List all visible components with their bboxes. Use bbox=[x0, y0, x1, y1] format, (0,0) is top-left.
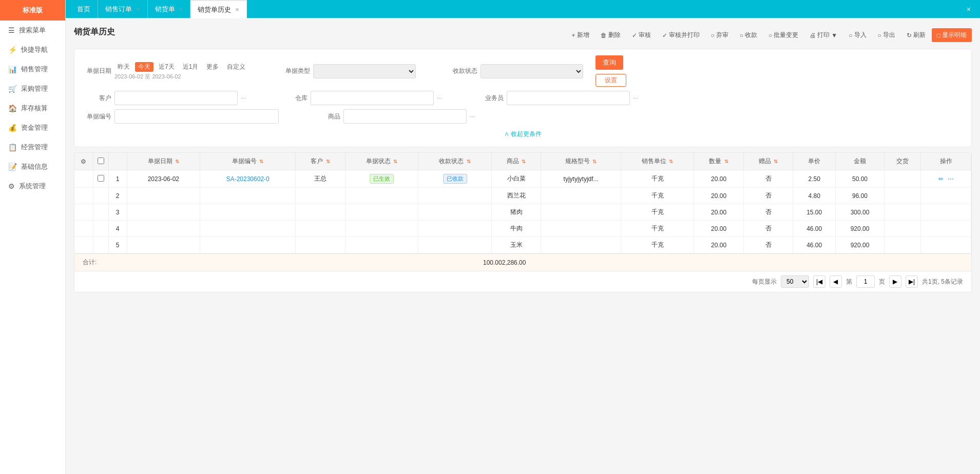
tab-label: 首页 bbox=[77, 5, 90, 14]
col-settings[interactable]: ⚙ bbox=[74, 153, 93, 170]
warehouse-dots[interactable]: ··· bbox=[437, 94, 442, 102]
cell-collect-status: 已收款 bbox=[418, 170, 492, 188]
date-tab-month1[interactable]: 近1月 bbox=[180, 62, 202, 72]
audit-button[interactable]: ✓ 审核 bbox=[627, 28, 656, 42]
collapse-btn[interactable]: ∧ 收起更条件 bbox=[83, 128, 963, 141]
page-size-select[interactable]: 50 100 bbox=[781, 275, 809, 288]
col-qty[interactable]: 数量 ⇅ bbox=[694, 153, 744, 170]
tab-home[interactable]: 首页 bbox=[70, 0, 98, 18]
col-gift[interactable]: 赠品 ⇅ bbox=[743, 153, 793, 170]
col-doc-status[interactable]: 单据状态 ⇅ bbox=[345, 153, 418, 170]
cell-qty: 20.00 bbox=[694, 204, 744, 221]
date-tab-custom[interactable]: 自定义 bbox=[224, 62, 248, 72]
abandon-label: 弃审 bbox=[716, 31, 728, 40]
import-button[interactable]: ○ 导入 bbox=[843, 28, 871, 42]
abandon-button[interactable]: ○ 弃审 bbox=[706, 28, 734, 42]
tab-close-sales-goods[interactable]: × bbox=[179, 5, 183, 13]
cell-collect-status bbox=[418, 188, 492, 204]
doc-no-input[interactable] bbox=[114, 109, 279, 124]
content-area: 销货单历史 + 新增 🗑 删除 ✓ 审核 ✓ 审核并打印 bbox=[66, 18, 980, 474]
first-page-button[interactable]: |◀ bbox=[813, 275, 825, 288]
tab-close-sales-order[interactable]: × bbox=[136, 5, 140, 13]
date-tab-week7[interactable]: 近7天 bbox=[156, 62, 178, 72]
tab-sales-order[interactable]: 销售订单 × bbox=[98, 0, 148, 18]
col-customer[interactable]: 客户 ⇅ bbox=[296, 153, 345, 170]
collect-button[interactable]: ○ 收款 bbox=[735, 28, 762, 42]
cell-transaction bbox=[885, 204, 921, 221]
sidebar-item-search-menu[interactable]: ☰ 搜索菜单 bbox=[0, 21, 65, 40]
select-all-checkbox[interactable] bbox=[98, 157, 104, 164]
tab-sales-history[interactable]: 销货单历史 × bbox=[190, 0, 247, 18]
customer-input[interactable] bbox=[114, 91, 238, 105]
page-size-label: 每页显示 bbox=[752, 278, 777, 286]
batch-change-button[interactable]: ○ 批量变更 bbox=[763, 28, 803, 42]
sidebar-item-purchase-mgmt[interactable]: 🛒 采购管理 bbox=[0, 79, 65, 98]
print-button[interactable]: 🖨 打印 ▼ bbox=[804, 28, 842, 42]
toolbar-right: + 新增 🗑 删除 ✓ 审核 ✓ 审核并打印 ○ 弃审 bbox=[567, 28, 972, 42]
audit-print-icon: ✓ bbox=[662, 32, 667, 39]
sidebar-item-label: 经营管理 bbox=[21, 143, 48, 152]
query-button[interactable]: 查询 bbox=[595, 55, 623, 70]
customer-dots[interactable]: ··· bbox=[241, 94, 246, 102]
show-detail-button[interactable]: □ 显示明细 bbox=[932, 28, 972, 42]
cell-unit-price: 46.00 bbox=[793, 237, 836, 253]
date-tab-yesterday[interactable]: 昨天 bbox=[114, 62, 133, 72]
date-range-text: 2023-06-02 至 2023-06-02 bbox=[114, 73, 248, 81]
delete-button[interactable]: 🗑 删除 bbox=[595, 28, 626, 42]
tab-sales-goods[interactable]: 销货单 × bbox=[148, 0, 191, 18]
sales-icon: 📊 bbox=[8, 65, 17, 73]
edit-action-button[interactable]: ✏ bbox=[936, 174, 946, 184]
sidebar-item-business[interactable]: 📋 经营管理 bbox=[0, 137, 65, 157]
business-dots[interactable]: ··· bbox=[633, 94, 638, 102]
table-header-row: ⚙ 单据日期 ⇅ 单据编号 ⇅ 客户 ⇅ bbox=[74, 153, 971, 170]
col-goods[interactable]: 商品 ⇅ bbox=[491, 153, 541, 170]
page-number-input[interactable] bbox=[856, 275, 875, 288]
new-label: 新增 bbox=[577, 31, 589, 40]
col-sales-unit[interactable]: 销售单位 ⇅ bbox=[621, 153, 694, 170]
col-spec[interactable]: 规格型号 ⇅ bbox=[541, 153, 621, 170]
collect-status-select[interactable] bbox=[481, 64, 583, 78]
import-label: 导入 bbox=[854, 31, 867, 40]
export-button[interactable]: ○ 导出 bbox=[873, 28, 900, 42]
refresh-button[interactable]: ↻ 刷新 bbox=[901, 28, 931, 42]
new-button[interactable]: + 新增 bbox=[567, 28, 594, 42]
date-tab-today[interactable]: 今天 bbox=[135, 62, 153, 72]
collect-status-label: 收款状态 bbox=[449, 67, 477, 75]
row-checkbox[interactable] bbox=[98, 175, 104, 182]
doc-type-select[interactable] bbox=[313, 64, 416, 78]
warehouse-input[interactable] bbox=[311, 91, 434, 105]
tab-close-all-button[interactable]: × bbox=[962, 3, 976, 16]
doc-no-label: 单据编号 bbox=[83, 112, 111, 121]
last-page-button[interactable]: ▶| bbox=[906, 275, 918, 288]
set-button[interactable]: 设置 bbox=[595, 74, 626, 87]
col-doc-no[interactable]: 单据编号 ⇅ bbox=[200, 153, 296, 170]
cell-gift: 否 bbox=[743, 221, 793, 237]
sidebar-item-inventory[interactable]: 🏠 库存核算 bbox=[0, 98, 65, 118]
audit-print-button[interactable]: ✓ 审核并打印 bbox=[657, 28, 705, 42]
cell-doc-no bbox=[200, 221, 296, 237]
business-input[interactable] bbox=[507, 91, 630, 105]
delete-label: 删除 bbox=[608, 31, 621, 40]
sidebar-item-sales-mgmt[interactable]: 📊 销售管理 bbox=[0, 60, 65, 79]
date-tab-more[interactable]: 更多 bbox=[203, 62, 222, 72]
sidebar-item-finance[interactable]: 💰 资金管理 bbox=[0, 118, 65, 137]
tab-close-sales-history[interactable]: × bbox=[235, 6, 239, 13]
sidebar-item-system-mgmt[interactable]: ⚙ 系统管理 bbox=[0, 176, 65, 196]
sidebar-item-quick-nav[interactable]: ⚡ 快捷导航 bbox=[0, 40, 65, 60]
cell-amount: 920.00 bbox=[835, 221, 884, 237]
system-mgmt-icon: ⚙ bbox=[8, 182, 15, 190]
cell-transaction bbox=[885, 237, 921, 253]
next-page-button[interactable]: ▶ bbox=[889, 275, 901, 288]
col-collect-status[interactable]: 收款状态 ⇅ bbox=[418, 153, 492, 170]
sidebar-item-base-info[interactable]: 📝 基础信息 bbox=[0, 157, 65, 176]
goods-dots[interactable]: ··· bbox=[470, 113, 475, 120]
goods-input[interactable] bbox=[343, 109, 467, 124]
cell-customer bbox=[296, 204, 345, 221]
prev-page-button[interactable]: ◀ bbox=[830, 275, 842, 288]
business-label: 业务员 bbox=[475, 94, 504, 103]
more-action-button[interactable]: ⋯ bbox=[946, 174, 956, 184]
col-doc-date[interactable]: 单据日期 ⇅ bbox=[127, 153, 200, 170]
sidebar-item-label: 库存核算 bbox=[21, 104, 48, 113]
col-doc-status-label: 单据状态 bbox=[366, 157, 391, 165]
cell-settings bbox=[74, 188, 93, 204]
